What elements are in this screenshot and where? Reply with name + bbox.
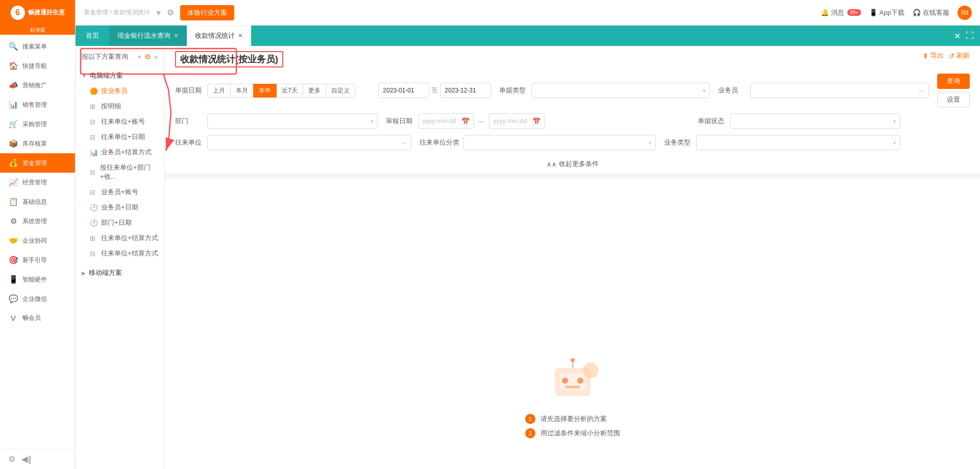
- query-form: 单据日期 上月 本月 本年 近7天 更多 自定义: [175, 74, 970, 174]
- form-item-salesman: 业务员 ···: [718, 83, 929, 98]
- review-date-start-input[interactable]: yyyy-mm-dd 📅: [418, 113, 474, 129]
- user-avatar[interactable]: Rit: [958, 6, 972, 20]
- tab-maximize-icon[interactable]: ⛶: [966, 31, 974, 40]
- tab-close-all-icon[interactable]: ✕: [954, 31, 961, 41]
- desktop-group-title[interactable]: ▼ 电脑端方案: [76, 68, 164, 83]
- query-button[interactable]: 查询: [937, 74, 970, 89]
- topbar-settings-icon[interactable]: ⚙: [167, 8, 174, 17]
- collapse-button[interactable]: ∧∧ 收起更多条件: [547, 159, 599, 169]
- review-date-label: 审核日期: [386, 116, 414, 126]
- date-btn-custom[interactable]: 自定义: [326, 84, 355, 98]
- scheme-item-partner-date[interactable]: ⊟ 往来单位+日期: [76, 129, 164, 145]
- scheme-item-partner-payment2[interactable]: ⊟ 往来单位+结算方式: [76, 246, 164, 261]
- sidebar-item-operation[interactable]: 📈 经营管理: [0, 173, 75, 192]
- tab-receipt-stat-close[interactable]: ✕: [238, 32, 243, 39]
- review-date-end-input[interactable]: yyyy-mm-dd 📅: [489, 113, 545, 129]
- sidebar-item-label: 智能硬件: [22, 275, 47, 284]
- partner-category-select[interactable]: ▾: [463, 135, 656, 150]
- breadcrumb: 资金管理 / 收款情况统计: [84, 8, 150, 17]
- sidebar-item-label: 快捷导航: [22, 62, 47, 71]
- doc-type-select[interactable]: ▾: [531, 83, 710, 98]
- sidebar-item-purchase[interactable]: 🛒 采购管理: [0, 114, 75, 134]
- trial-button[interactable]: 体验行业方案: [180, 5, 234, 20]
- breadcrumb-dropdown-icon[interactable]: ▾: [156, 7, 161, 18]
- sidebar-item-finance[interactable]: 💰 资金管理: [0, 153, 75, 173]
- refresh-button[interactable]: ↺ 刷新: [949, 51, 970, 60]
- sidebar-item-search-menu[interactable]: 🔍 搜索菜单: [0, 37, 75, 56]
- doc-status-select[interactable]: ▾: [730, 113, 900, 129]
- tab-bank-flow-close[interactable]: ✕: [174, 32, 179, 39]
- sidebar-item-quick-nav[interactable]: 🏠 快捷导航: [0, 56, 75, 76]
- tab-home[interactable]: 首页: [76, 26, 109, 46]
- online-service-button[interactable]: 🎧 在线客服: [913, 8, 949, 17]
- scheme-item-by-salesman[interactable]: 🟠 按业务员: [76, 83, 164, 99]
- mobile-group-title[interactable]: ▶ 移动端方案: [76, 265, 164, 280]
- sidebar-item-inventory[interactable]: 📦 库存核算: [0, 134, 75, 153]
- scheme-item-dept-date[interactable]: 🕐 部门+日期: [76, 215, 164, 230]
- dept-select[interactable]: ▾: [207, 113, 378, 129]
- step-2-num: 2: [525, 428, 535, 438]
- tab-receipt-stat[interactable]: 收款情况统计 ✕: [187, 26, 251, 46]
- date-end-input[interactable]: 2023-12-31: [440, 83, 491, 98]
- scheme-group-desktop: ▼ 电脑端方案 🟠 按业务员 ⊞ 按明细 ⊟ 往来单位+账号 ⊟ 往来单位: [76, 66, 164, 263]
- app-download-button[interactable]: 📱 App下载: [869, 8, 904, 17]
- salesman-input[interactable]: ···: [750, 83, 929, 98]
- export-button[interactable]: ⬆ 导出: [923, 51, 944, 60]
- cart-icon: 🛒: [8, 120, 18, 129]
- settings-scheme-icon[interactable]: ⚙: [144, 53, 151, 61]
- sidebar-item-enterprise[interactable]: 🤝 企业协同: [0, 231, 75, 250]
- app-logo: 6 畅捷通好生意: [0, 0, 75, 26]
- footer-collapse-button[interactable]: ◀‖: [21, 454, 32, 464]
- scheme-item-partner-account[interactable]: ⊟ 往来单位+账号: [76, 114, 164, 129]
- form-item-date: 单据日期 上月 本月 本年 近7天 更多 自定义: [175, 83, 491, 98]
- scheme-partner-account-icon: ⊟: [90, 118, 98, 126]
- settings-button[interactable]: 设置: [937, 92, 970, 107]
- sidebar-item-hardware[interactable]: 📱 智能硬件: [0, 270, 75, 289]
- scheme-item-salesman-account[interactable]: ⊟ 业务员+账号: [76, 184, 164, 200]
- footer-settings-button[interactable]: ⚙: [8, 454, 15, 464]
- money-icon: 💰: [8, 158, 18, 168]
- left-panel-icons: + ⚙ «: [137, 53, 158, 61]
- messages-button[interactable]: 🔔 消息 99+: [821, 8, 861, 17]
- sidebar-item-sales[interactable]: 📊 销售管理: [0, 95, 75, 114]
- sidebar-item-basic[interactable]: 📋 基础信息: [0, 192, 75, 212]
- chat-icon: 💬: [8, 294, 18, 303]
- scheme-item-label: 往来单位+日期: [101, 132, 145, 142]
- sidebar-item-member[interactable]: V 畅会员: [0, 309, 75, 327]
- tab-bank-flow[interactable]: 现金银行流水查询 ✕: [109, 26, 187, 46]
- empty-illustration: [542, 353, 603, 404]
- doc-type-arrow-icon: ▾: [703, 88, 705, 93]
- form-row-3: 往来单位 ··· 往来单位分类 ▾: [175, 135, 970, 150]
- date-btn-this-month[interactable]: 本月: [230, 84, 254, 98]
- scheme-item-salesman-date[interactable]: 🕐 业务员+日期: [76, 200, 164, 215]
- gear-icon: ⚙: [8, 217, 18, 226]
- scheme-item-by-detail[interactable]: ⊞ 按明细: [76, 99, 164, 114]
- left-panel-header: 按以下方案查询 + ⚙ «: [76, 46, 164, 66]
- sidebar-item-guide[interactable]: 🎯 新手引导: [0, 250, 75, 270]
- scheme-item-partner-payment1[interactable]: ⊞ 往来单位+结算方式: [76, 230, 164, 246]
- tab-receipt-stat-label: 收款情况统计: [195, 31, 235, 40]
- scheme-item-partner-dept[interactable]: ⊟ 按往来单位+部门+收...: [76, 160, 164, 184]
- date-btn-this-year[interactable]: 本年: [253, 84, 277, 98]
- sidebar-item-label: 资金管理: [22, 159, 47, 168]
- business-type-select[interactable]: ▾: [696, 135, 900, 150]
- sidebar-item-system[interactable]: ⚙ 系统管理: [0, 212, 75, 231]
- scheme-item-label: 业务员+结算方式: [101, 148, 152, 157]
- sidebar-item-wechat[interactable]: 💬 企业微信: [0, 289, 75, 309]
- sidebar-nav: 🔍 搜索菜单 🏠 快捷导航 📣 营销推广 📊 销售管理 🛒 采购管理 📦 库存核…: [0, 35, 75, 449]
- scheme-partner-date-icon: ⊟: [90, 133, 98, 141]
- date-btn-last-month[interactable]: 上月: [207, 84, 231, 98]
- scheme-item-salesman-payment[interactable]: 📊 业务员+结算方式: [76, 145, 164, 160]
- date-start-input[interactable]: 2023-01-01: [378, 83, 429, 98]
- add-scheme-icon[interactable]: +: [137, 53, 141, 61]
- date-btn-more[interactable]: 更多: [303, 84, 326, 98]
- collapse-panel-icon[interactable]: «: [154, 53, 158, 61]
- partner-input[interactable]: ···: [207, 135, 411, 150]
- sidebar-item-marketing[interactable]: 📣 营销推广: [0, 76, 75, 95]
- scheme-item-label: 往来单位+账号: [101, 117, 145, 126]
- scheme-item-label: 业务员+日期: [101, 203, 138, 212]
- date-btn-last7[interactable]: 近7天: [276, 84, 303, 98]
- scheme-dept-date-icon: 🕐: [90, 219, 98, 227]
- date-input-group: 2023-01-01 至 2023-12-31: [378, 83, 491, 98]
- form-item-partner-category: 往来单位分类 ▾: [420, 135, 656, 150]
